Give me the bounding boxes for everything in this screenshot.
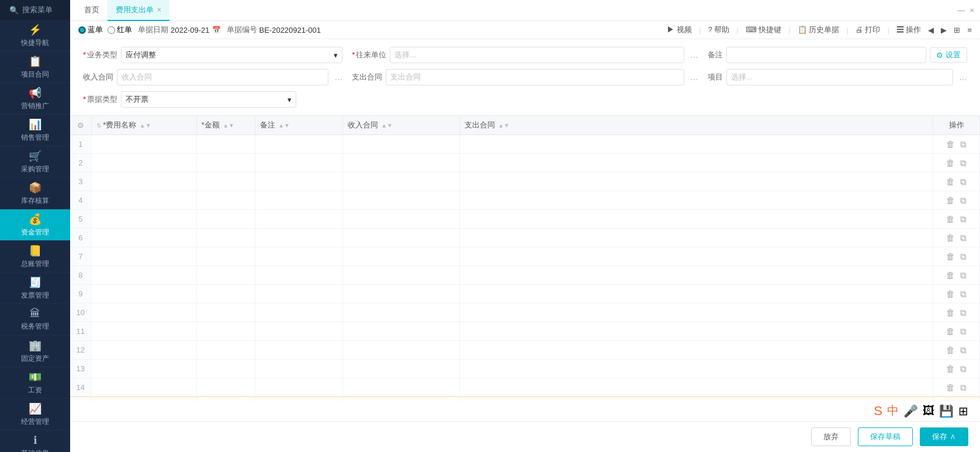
remark-cell[interactable] bbox=[255, 285, 342, 303]
col-remark[interactable]: 备注 ▲▼ bbox=[255, 116, 342, 135]
remark-cell[interactable] bbox=[255, 341, 342, 360]
copy-row-button[interactable]: ⧉ bbox=[958, 382, 968, 393]
col-income-contract[interactable]: 收入合同 ▲▼ bbox=[342, 116, 459, 135]
print-btn[interactable]: 🖨 打印 bbox=[856, 25, 881, 35]
sort-expense-icon[interactable]: ▲▼ bbox=[140, 123, 151, 127]
set-button[interactable]: ⚙ 设置 bbox=[930, 47, 967, 63]
copy-row-button[interactable]: ⧉ bbox=[958, 289, 968, 299]
expense-name-cell[interactable] bbox=[91, 135, 196, 154]
counterpart-select[interactable]: 选择... bbox=[390, 47, 684, 63]
expense-contract-cell[interactable] bbox=[459, 172, 933, 191]
income-contract-cell[interactable] bbox=[342, 191, 459, 210]
save-draft-button[interactable]: 保存草稿 bbox=[858, 427, 913, 446]
copy-row-button[interactable]: ⧉ bbox=[958, 214, 968, 225]
sidebar-item-marketing[interactable]: 📢 营销推广 bbox=[0, 83, 70, 115]
close-tab-icon[interactable]: × bbox=[157, 6, 161, 14]
expense-contract-cell[interactable] bbox=[459, 229, 933, 247]
collapse-icon[interactable]: ≡ bbox=[967, 26, 972, 34]
amount-cell[interactable] bbox=[196, 266, 255, 285]
income-contract-cell[interactable] bbox=[342, 322, 459, 341]
nav-right-icon[interactable]: ▶ bbox=[941, 26, 947, 34]
income-contract-cell[interactable] bbox=[342, 303, 459, 322]
amount-cell[interactable] bbox=[196, 303, 255, 322]
save-icon2[interactable]: 💾 bbox=[939, 404, 954, 418]
delete-row-button[interactable]: 🗑 bbox=[944, 195, 957, 205]
expense-contract-cell[interactable] bbox=[459, 191, 933, 210]
delete-row-button[interactable]: 🗑 bbox=[944, 139, 957, 149]
remark-cell[interactable] bbox=[255, 154, 342, 172]
remark-cell[interactable] bbox=[255, 135, 342, 154]
income-contract-cell[interactable] bbox=[342, 135, 459, 154]
amount-cell[interactable] bbox=[196, 360, 255, 378]
delete-row-button[interactable]: 🗑 bbox=[944, 345, 957, 355]
delete-row-button[interactable]: 🗑 bbox=[944, 289, 957, 299]
copy-row-button[interactable]: ⧉ bbox=[958, 251, 968, 262]
income-contract-cell[interactable] bbox=[342, 229, 459, 247]
sidebar-item-accounting[interactable]: 📒 总账管理 bbox=[0, 241, 70, 272]
sidebar-item-purchase[interactable]: 🛒 采购管理 bbox=[0, 146, 70, 178]
amount-cell[interactable] bbox=[196, 229, 255, 247]
sidebar-search[interactable]: 🔍 搜索菜单 bbox=[0, 0, 70, 20]
minimize-icon[interactable]: — bbox=[957, 6, 965, 15]
sidebar-item-project-contract[interactable]: 📋 项目合同 bbox=[0, 51, 70, 83]
sort-remark-icon[interactable]: ▲▼ bbox=[278, 123, 290, 127]
delete-row-button[interactable]: 🗑 bbox=[944, 382, 957, 392]
expense-name-cell[interactable] bbox=[91, 172, 196, 191]
expand-icon[interactable]: ⊞ bbox=[954, 26, 960, 34]
expense-name-cell[interactable] bbox=[91, 266, 196, 285]
remark-cell[interactable] bbox=[255, 191, 342, 210]
sidebar-item-fixed-assets[interactable]: 🏢 固定资产 bbox=[0, 336, 70, 367]
delete-row-button[interactable]: 🗑 bbox=[944, 158, 957, 168]
save-button[interactable]: 保存 ∧ bbox=[920, 427, 968, 446]
col-amount[interactable]: *金额 ▲▼ bbox=[196, 116, 255, 135]
help-btn[interactable]: ? 帮助 bbox=[708, 25, 729, 35]
copy-row-button[interactable]: ⧉ bbox=[958, 177, 968, 187]
project-select[interactable]: 选择... bbox=[726, 69, 953, 85]
copy-row-button[interactable]: ⧉ bbox=[958, 195, 968, 206]
business-type-select[interactable]: 应付调整 ▾ bbox=[121, 47, 342, 63]
expense-contract-cell[interactable] bbox=[459, 247, 933, 266]
radio-red[interactable]: 红单 bbox=[108, 25, 132, 35]
remark-cell[interactable] bbox=[255, 303, 342, 322]
sidebar-item-sales[interactable]: 📊 销售管理 bbox=[0, 115, 70, 146]
income-contract-cell[interactable] bbox=[342, 210, 459, 229]
amount-cell[interactable] bbox=[196, 154, 255, 172]
expense-name-cell[interactable] bbox=[91, 191, 196, 210]
grid-icon[interactable]: ⊞ bbox=[958, 404, 968, 418]
history-btn[interactable]: 📋 历史单据 bbox=[798, 25, 840, 35]
expense-contract-cell[interactable] bbox=[459, 303, 933, 322]
expense-contract-cell[interactable] bbox=[459, 341, 933, 360]
image-icon[interactable]: 🖼 bbox=[923, 404, 934, 418]
expense-name-cell[interactable] bbox=[91, 247, 196, 266]
expense-contract-cell[interactable] bbox=[459, 360, 933, 378]
amount-cell[interactable] bbox=[196, 322, 255, 341]
amount-cell[interactable] bbox=[196, 210, 255, 229]
income-contract-cell[interactable] bbox=[342, 341, 459, 360]
expense-contract-more-btn[interactable]: … bbox=[690, 73, 698, 82]
income-contract-cell[interactable] bbox=[342, 378, 459, 397]
remark-cell[interactable] bbox=[255, 229, 342, 247]
radio-blue-input[interactable] bbox=[78, 26, 86, 34]
nav-left-icon[interactable]: ◀ bbox=[928, 26, 934, 34]
expense-contract-cell[interactable] bbox=[459, 210, 933, 229]
sidebar-item-operations[interactable]: 📈 经营管理 bbox=[0, 399, 70, 430]
delete-row-button[interactable]: 🗑 bbox=[944, 364, 957, 374]
radio-blue[interactable]: 蓝单 bbox=[78, 25, 103, 35]
sidebar-item-quick-nav[interactable]: ⚡ 快捷导航 bbox=[0, 20, 70, 51]
amount-cell[interactable] bbox=[196, 378, 255, 397]
income-contract-cell[interactable] bbox=[342, 172, 459, 191]
sidebar-item-fund[interactable]: 💰 资金管理 bbox=[0, 209, 70, 241]
sort-amount-icon[interactable]: ▲▼ bbox=[223, 123, 234, 127]
amount-cell[interactable] bbox=[196, 172, 255, 191]
remark-input[interactable] bbox=[726, 47, 926, 63]
col-expense-name[interactable]: ⇅ *费用名称 ▲▼ bbox=[91, 116, 196, 135]
copy-row-button[interactable]: ⧉ bbox=[958, 364, 968, 374]
income-contract-cell[interactable] bbox=[342, 285, 459, 303]
remark-cell[interactable] bbox=[255, 266, 342, 285]
tab-home[interactable]: 首页 bbox=[76, 0, 108, 21]
remark-cell[interactable] bbox=[255, 378, 342, 397]
amount-cell[interactable] bbox=[196, 191, 255, 210]
expense-name-cell[interactable] bbox=[91, 229, 196, 247]
remark-cell[interactable] bbox=[255, 360, 342, 378]
sort-income-icon[interactable]: ▲▼ bbox=[381, 123, 393, 127]
